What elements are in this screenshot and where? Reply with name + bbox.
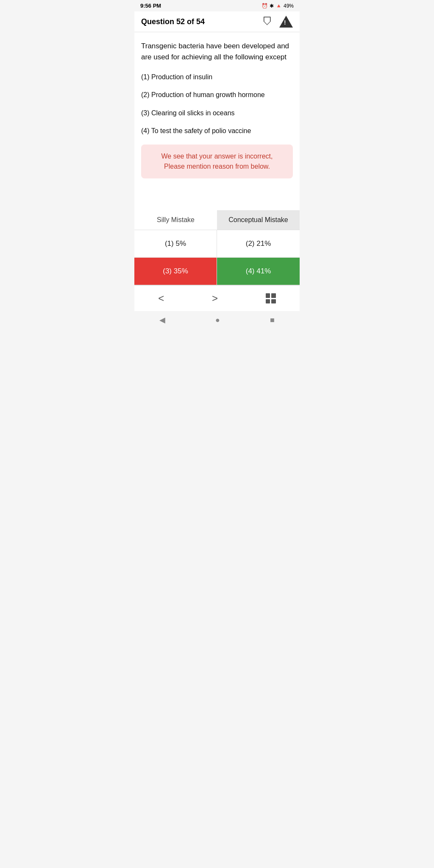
stat-2-value: 21% xyxy=(256,239,271,248)
warning-icon[interactable] xyxy=(279,16,293,28)
forward-button[interactable]: > xyxy=(205,291,225,306)
stat-cell-2: (2) 21% xyxy=(217,230,300,258)
incorrect-banner: We see that your answer is incorrect, Pl… xyxy=(141,145,293,178)
stat-cell-3: (3) 35% xyxy=(134,258,217,285)
status-bar: 9:56 PM ⏰ ✱ 🔺 49% xyxy=(134,0,300,11)
stat-1-value: 5% xyxy=(175,239,186,248)
stat-2-label: (2) xyxy=(246,239,257,248)
stat-cell-4: (4) 41% xyxy=(217,258,300,285)
bluetooth-icon: ✱ xyxy=(270,3,274,9)
grid-icon xyxy=(266,293,276,303)
battery-display: 49% xyxy=(284,3,294,9)
time-display: 9:56 PM xyxy=(140,3,161,9)
stats-grid: (1) 5% (2) 21% (3) 35% (4) 41% xyxy=(134,230,300,285)
alarm-icon: ⏰ xyxy=(262,3,268,9)
signal-icon: 🔺 xyxy=(275,3,282,9)
stat-3-label: (3) xyxy=(163,267,174,275)
question-section: Transgenic bacteria have been developed … xyxy=(134,32,300,210)
option-4[interactable]: (4) To test the safety of polio vaccine xyxy=(141,126,293,136)
stat-4-label: (4) xyxy=(246,267,257,275)
tab-conceptual-mistake[interactable]: Conceptual Mistake xyxy=(217,210,300,230)
stat-cell-1: (1) 5% xyxy=(134,230,217,258)
stat-3-value: 35% xyxy=(174,267,188,275)
android-back-button[interactable] xyxy=(159,315,165,325)
stat-4-value: 41% xyxy=(256,267,271,275)
bookmark-icon[interactable]: ⛉ xyxy=(262,16,273,28)
android-navigation xyxy=(134,311,300,331)
option-1[interactable]: (1) Production of insulin xyxy=(141,72,293,82)
option-2[interactable]: (2) Production of human growth hormone xyxy=(141,90,293,100)
tab-silly-mistake[interactable]: Silly Mistake xyxy=(134,210,217,230)
back-button[interactable]: < xyxy=(151,291,171,306)
mistake-tabs: Silly Mistake Conceptual Mistake xyxy=(134,210,300,230)
option-3[interactable]: (3) Clearing oil slicks in oceans xyxy=(141,108,293,118)
question-counter: Question 52 of 54 xyxy=(141,17,205,26)
incorrect-line2: Please mention reason from below. xyxy=(147,161,287,172)
bottom-navigation: < > xyxy=(134,285,300,311)
stat-1-label: (1) xyxy=(165,239,176,248)
question-header: Question 52 of 54 ⛉ xyxy=(134,11,300,32)
grid-view-button[interactable] xyxy=(259,292,283,305)
question-text: Transgenic bacteria have been developed … xyxy=(141,41,293,62)
status-icons: ⏰ ✱ 🔺 49% xyxy=(262,3,294,9)
header-actions: ⛉ xyxy=(262,16,293,28)
android-recents-button[interactable] xyxy=(270,316,275,325)
incorrect-line1: We see that your answer is incorrect, xyxy=(147,151,287,161)
android-home-button[interactable] xyxy=(215,316,220,325)
